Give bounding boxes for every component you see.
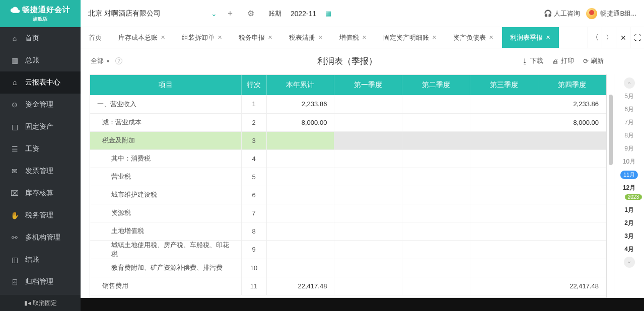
rail-month[interactable]: 9月 bbox=[614, 142, 644, 155]
tabs-prev-button[interactable]: 〈 bbox=[588, 27, 602, 48]
close-icon[interactable]: ✕ bbox=[218, 34, 222, 41]
sidebar-item-salary[interactable]: ☰工资 bbox=[0, 138, 81, 160]
rownum-cell: 2 bbox=[241, 113, 266, 131]
sidebar-unpin-button[interactable]: ▮◂取消固定 bbox=[0, 295, 81, 311]
item-cell: 减：营业成本 bbox=[90, 113, 241, 131]
print-icon: 🖨 bbox=[552, 57, 559, 65]
refresh-button[interactable]: ⟳ 刷新 bbox=[583, 56, 604, 65]
rail-month[interactable]: 6月 bbox=[614, 103, 644, 116]
sidebar-item-label: 首页 bbox=[25, 34, 39, 43]
rail-year-badge: 2023 bbox=[625, 194, 642, 200]
close-icon[interactable]: ✕ bbox=[362, 34, 367, 41]
tab-组装拆卸单[interactable]: 组装拆卸单✕ bbox=[174, 27, 231, 48]
table-row[interactable]: 销售费用1122,417.4822,417.48 bbox=[90, 277, 606, 295]
sidebar-item-tax[interactable]: ✋税务管理 bbox=[0, 204, 81, 226]
table-row[interactable]: 城镇土地使用税、房产税、车船税、印花税9 bbox=[90, 240, 606, 259]
sidebar-item-asset[interactable]: ▤固定资产 bbox=[0, 116, 81, 138]
tab-首页[interactable]: 首页 bbox=[81, 27, 110, 48]
tab-库存成本总账[interactable]: 库存成本总账✕ bbox=[110, 27, 174, 48]
company-dropdown-icon[interactable]: ⌄ bbox=[211, 10, 217, 18]
close-icon[interactable]: ✕ bbox=[546, 34, 550, 41]
filter-dropdown[interactable]: 全部 ▾ ? bbox=[91, 56, 122, 65]
user-name: 畅捷通B组... bbox=[600, 9, 636, 18]
company-name[interactable]: 北京 对啊酒店有限公司 bbox=[88, 9, 161, 18]
value-cell bbox=[402, 168, 470, 186]
table-row[interactable]: 税金及附加3 bbox=[90, 131, 606, 149]
period-value[interactable]: 2022-11 bbox=[291, 10, 316, 18]
sidebar-item-archive[interactable]: ⍇归档管理 bbox=[0, 271, 81, 293]
collapse-icon: ▮◂ bbox=[24, 299, 31, 306]
table-row[interactable]: 一、营业收入12,233.862,233.86 bbox=[90, 95, 606, 113]
rail-month[interactable]: 7月 bbox=[614, 116, 644, 129]
value-cell bbox=[334, 168, 402, 186]
table-row[interactable]: 教育费附加、矿产资源补偿费、排污费10 bbox=[90, 259, 606, 277]
close-icon[interactable]: ✕ bbox=[161, 34, 165, 41]
rail-month[interactable]: 4月 bbox=[614, 243, 644, 256]
table-row[interactable]: 减：营业成本28,000.008,000.00 bbox=[90, 113, 606, 131]
column-header: 项目 bbox=[90, 75, 241, 95]
value-cell bbox=[334, 113, 402, 131]
rail-scroll-up[interactable]: ‹ bbox=[624, 77, 635, 89]
sidebar-item-label: 发票管理 bbox=[25, 167, 53, 176]
rail-month[interactable]: 2月 bbox=[614, 216, 644, 229]
rail-month[interactable]: 1月 bbox=[614, 203, 644, 216]
info-icon[interactable]: ? bbox=[115, 57, 122, 64]
value-cell: 2,233.86 bbox=[266, 95, 334, 113]
table-row[interactable]: 土地增值税8 bbox=[90, 222, 606, 240]
value-cell bbox=[470, 95, 538, 113]
user-menu[interactable]: 畅捷通B组... bbox=[586, 8, 636, 19]
value-cell bbox=[334, 95, 402, 113]
table-row[interactable]: 其中：消费税4 bbox=[90, 149, 606, 168]
download-button[interactable]: ⭳ 下载 bbox=[522, 56, 543, 65]
sidebar-item-label: 固定资产 bbox=[25, 122, 53, 131]
sidebar-item-org[interactable]: ⚯多机构管理 bbox=[0, 226, 81, 249]
tab-利润表季报[interactable]: 利润表季报✕ bbox=[502, 27, 559, 48]
calendar-icon[interactable]: ▦ bbox=[325, 10, 331, 17]
tab-税务申报[interactable]: 税务申报✕ bbox=[231, 27, 281, 48]
sidebar-item-report[interactable]: ⩍云报表中心 bbox=[0, 71, 81, 94]
rail-scroll-down[interactable]: › bbox=[624, 257, 635, 268]
sidebar-item-invoice[interactable]: ✉发票管理 bbox=[0, 160, 81, 182]
table-row[interactable]: 资源税7 bbox=[90, 204, 606, 222]
value-cell bbox=[470, 204, 538, 222]
sidebar-item-close[interactable]: ◫结账 bbox=[0, 249, 81, 271]
close-icon[interactable]: ✕ bbox=[432, 34, 437, 41]
rail-month[interactable]: 3月 bbox=[614, 229, 644, 243]
close-icon[interactable]: ✕ bbox=[489, 34, 493, 41]
tab-增值税[interactable]: 增值税✕ bbox=[331, 27, 375, 48]
sidebar-item-label: 归档管理 bbox=[25, 277, 53, 286]
table-row[interactable]: 城市维护建设税6 bbox=[90, 186, 606, 204]
add-icon[interactable]: ＋ bbox=[226, 8, 234, 19]
rail-month-current[interactable]: 11月 bbox=[614, 168, 644, 181]
sidebar-item-home[interactable]: ⌂首页 bbox=[0, 27, 81, 49]
table-row[interactable]: 营业税5 bbox=[90, 168, 606, 186]
tabs-fullscreen-button[interactable]: ⛶ bbox=[630, 27, 644, 48]
rail-month[interactable]: 10月 bbox=[614, 155, 644, 168]
rail-month[interactable]: 5月 bbox=[614, 90, 644, 103]
print-label: 打印 bbox=[561, 56, 574, 65]
tabs-close-button[interactable]: ✕ bbox=[616, 27, 630, 48]
rail-month[interactable]: 8月 bbox=[614, 129, 644, 142]
tab-label: 税务申报 bbox=[239, 33, 265, 42]
print-button[interactable]: 🖨 打印 bbox=[552, 56, 574, 65]
report-icon: ⩍ bbox=[10, 78, 19, 87]
sidebar-item-stock[interactable]: ⌧库存核算 bbox=[0, 182, 81, 204]
item-cell: 一、营业收入 bbox=[90, 95, 241, 113]
rail-month[interactable]: 12月 bbox=[614, 181, 644, 194]
gear-icon[interactable]: ⚙ bbox=[247, 9, 254, 18]
sidebar-item-ledger[interactable]: ▥总账 bbox=[0, 49, 81, 71]
close-icon[interactable]: ✕ bbox=[318, 34, 323, 41]
sidebar-item-fund[interactable]: ⊝资金管理 bbox=[0, 94, 81, 116]
tab-固定资产明细账[interactable]: 固定资产明细账✕ bbox=[375, 27, 445, 48]
tabs-next-button[interactable]: 〉 bbox=[602, 27, 616, 48]
sidebar-item-label: 库存核算 bbox=[25, 189, 53, 198]
tab-税表清册[interactable]: 税表清册✕ bbox=[281, 27, 331, 48]
headset-icon: 🎧 bbox=[544, 10, 552, 17]
vertical-scrollbar[interactable] bbox=[609, 95, 613, 165]
close-icon[interactable]: ✕ bbox=[268, 34, 272, 41]
download-icon: ⭳ bbox=[522, 57, 528, 65]
tab-资产负债表[interactable]: 资产负债表✕ bbox=[445, 27, 502, 48]
column-header: 第四季度 bbox=[538, 75, 606, 95]
support-link[interactable]: 🎧 人工咨询 bbox=[544, 9, 580, 18]
refresh-label: 刷新 bbox=[591, 56, 604, 65]
